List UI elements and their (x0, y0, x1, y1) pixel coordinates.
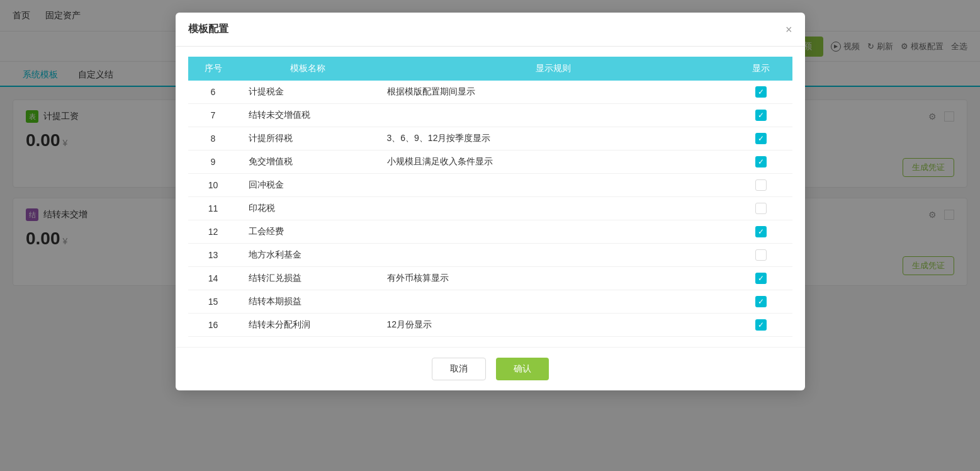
confirm-button[interactable]: 确认 (496, 358, 549, 380)
template-config-modal: 模板配置 × 序号 模板名称 显示规则 显示 6计提税金根据模版配置期间显 (176, 13, 805, 390)
row-name: 结转未分配利润 (239, 314, 377, 337)
row-rule (377, 290, 729, 314)
row-rule: 3、6、9、12月按季度显示 (377, 127, 729, 150)
row-checkbox-cell: ✓ (729, 267, 792, 290)
row-checkbox-cell: ✓ (729, 81, 792, 104)
checkbox-15[interactable]: ✓ (740, 296, 782, 307)
row-index: 13 (188, 244, 239, 267)
row-name: 免交增值税 (239, 150, 377, 174)
modal-footer: 取消 确认 (176, 347, 805, 390)
checkbox-16[interactable]: ✓ (740, 319, 782, 331)
checkbox-10[interactable] (740, 179, 782, 191)
row-index: 15 (188, 290, 239, 314)
row-checkbox-cell (729, 197, 792, 220)
table-row: 16结转未分配利润12月份显示✓ (188, 314, 792, 337)
row-name: 地方水利基金 (239, 244, 377, 267)
row-rule (377, 244, 729, 267)
row-checkbox-cell: ✓ (729, 220, 792, 244)
table-row: 15结转本期损益✓ (188, 290, 792, 314)
row-index: 9 (188, 150, 239, 174)
row-name: 结转汇兑损益 (239, 267, 377, 290)
row-rule (377, 197, 729, 220)
row-checkbox-cell: ✓ (729, 104, 792, 127)
row-index: 6 (188, 81, 239, 104)
modal-body: 序号 模板名称 显示规则 显示 6计提税金根据模版配置期间显示✓7结转未交增值税… (176, 47, 805, 347)
row-checkbox-cell: ✓ (729, 150, 792, 174)
row-checkbox-cell (729, 244, 792, 267)
row-index: 16 (188, 314, 239, 337)
table-row: 9免交增值税小规模且满足收入条件显示✓ (188, 150, 792, 174)
table-row: 6计提税金根据模版配置期间显示✓ (188, 81, 792, 104)
modal-close-button[interactable]: × (786, 24, 792, 35)
row-checkbox-cell: ✓ (729, 314, 792, 337)
row-name: 工会经费 (239, 220, 377, 244)
checkbox-9[interactable]: ✓ (740, 156, 782, 167)
col-rule: 显示规则 (377, 57, 729, 81)
row-name: 计提税金 (239, 81, 377, 104)
modal-header: 模板配置 × (176, 13, 805, 47)
table-row: 12工会经费✓ (188, 220, 792, 244)
row-checkbox-cell: ✓ (729, 127, 792, 150)
row-index: 7 (188, 104, 239, 127)
row-rule (377, 174, 729, 197)
checkbox-7[interactable]: ✓ (740, 110, 782, 121)
checkbox-6[interactable]: ✓ (740, 86, 782, 98)
row-rule (377, 104, 729, 127)
table-row: 7结转未交增值税✓ (188, 104, 792, 127)
modal-overlay: 模板配置 × 序号 模板名称 显示规则 显示 6计提税金根据模版配置期间显 (0, 0, 980, 471)
table-row: 10回冲税金 (188, 174, 792, 197)
row-rule: 根据模版配置期间显示 (377, 81, 729, 104)
checkbox-14[interactable]: ✓ (740, 273, 782, 284)
row-index: 12 (188, 220, 239, 244)
checkbox-12[interactable]: ✓ (740, 226, 782, 237)
row-rule: 小规模且满足收入条件显示 (377, 150, 729, 174)
table-row: 8计提所得税3、6、9、12月按季度显示✓ (188, 127, 792, 150)
config-table: 序号 模板名称 显示规则 显示 6计提税金根据模版配置期间显示✓7结转未交增值税… (188, 57, 792, 337)
row-index: 10 (188, 174, 239, 197)
table-row: 13地方水利基金 (188, 244, 792, 267)
row-checkbox-cell (729, 174, 792, 197)
table-row: 14结转汇兑损益有外币核算显示✓ (188, 267, 792, 290)
row-checkbox-cell: ✓ (729, 290, 792, 314)
checkbox-11[interactable] (740, 203, 782, 214)
row-name: 结转本期损益 (239, 290, 377, 314)
cancel-button[interactable]: 取消 (432, 358, 486, 380)
col-display: 显示 (729, 57, 792, 81)
row-index: 14 (188, 267, 239, 290)
row-rule (377, 220, 729, 244)
table-row: 11印花税 (188, 197, 792, 220)
row-index: 11 (188, 197, 239, 220)
row-name: 计提所得税 (239, 127, 377, 150)
modal-title: 模板配置 (188, 23, 228, 36)
table-scroll[interactable]: 序号 模板名称 显示规则 显示 6计提税金根据模版配置期间显示✓7结转未交增值税… (188, 57, 792, 337)
col-name: 模板名称 (239, 57, 377, 81)
row-name: 印花税 (239, 197, 377, 220)
checkbox-13[interactable] (740, 249, 782, 261)
row-rule: 12月份显示 (377, 314, 729, 337)
col-index: 序号 (188, 57, 239, 81)
row-name: 回冲税金 (239, 174, 377, 197)
row-rule: 有外币核算显示 (377, 267, 729, 290)
checkbox-8[interactable]: ✓ (740, 133, 782, 144)
table-header-row: 序号 模板名称 显示规则 显示 (188, 57, 792, 81)
row-index: 8 (188, 127, 239, 150)
row-name: 结转未交增值税 (239, 104, 377, 127)
